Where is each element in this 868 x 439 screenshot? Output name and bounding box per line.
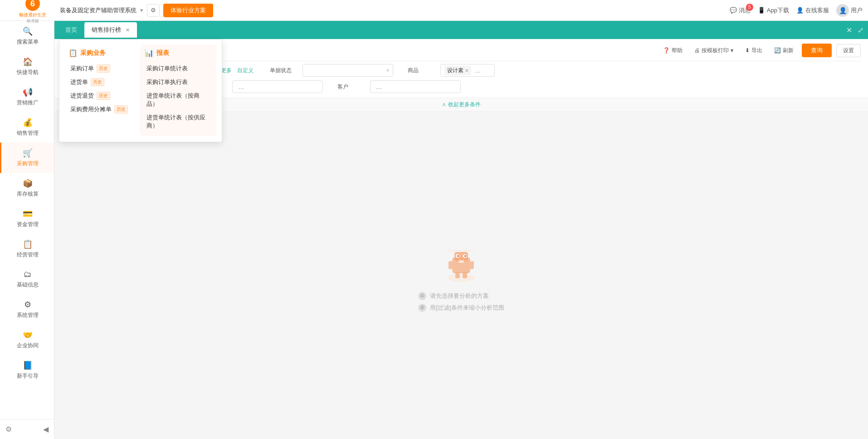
product-tag-close[interactable]: ✕ [465,68,468,73]
sidebar-menu: 🔍 搜索菜单 🏠 快捷导航 📢 营销推广 💰 销售管理 🛒 采购管理 📦 [0,21,54,419]
dropdown-item-purchase-in-stat-product[interactable]: 进货单统计表（按商品） [145,89,213,111]
tab-close-window-btn[interactable]: ✕ [845,25,853,35]
help-btn[interactable]: ❓ 帮助 [659,45,686,56]
app-label: App下载 [767,6,789,15]
salesperson-dots[interactable]: ... [238,83,244,91]
sales-icon: 💰 [23,118,33,128]
empty-state: ① 请先选择要分析的方案 ② 用[过滤]条件来缩小分析范围 [54,112,868,439]
dropdown-col-header-purchase: 📋 采购业务 [68,49,137,57]
sidebar-item-label: 营销推广 [17,99,39,107]
empty-tip-1: ① 请先选择要分析的方案 [418,292,504,300]
dropdown-item-purchase-order-stat[interactable]: 采购订单统计表 [145,62,213,75]
svg-point-5 [457,255,459,257]
enterprise-icon: 🤝 [23,330,33,340]
topbar-middle: 装备及固定资产辅助管理系统 ▾ ⚙ 体验行业方案 [60,4,730,17]
svg-rect-11 [463,272,467,278]
dropdown-item-purchase-expense[interactable]: 采购费用分摊单 历史 [68,103,137,116]
sidebar-item-search[interactable]: 🔍 搜索菜单 [0,21,54,51]
status-label: 单据状态 [270,67,297,74]
sidebar-item-sales[interactable]: 💰 销售管理 [0,112,54,143]
tab-maximize-btn[interactable]: ⤢ [857,25,864,35]
status-input[interactable]: ▾ [302,64,393,77]
finance-icon: 💳 [23,209,33,219]
customer-input[interactable]: ... [370,80,461,93]
dropdown-item-purchase-return[interactable]: 进货退货 历史 [68,89,137,103]
sidebar-item-system[interactable]: ⚙ 系统管理 [0,294,54,325]
dropdown-item-label: 进货单 [70,78,88,86]
dropdown-item-label: 采购订单执行表 [146,78,188,86]
empty-tip-2: ② 用[过滤]条件来缩小分析范围 [418,304,504,312]
experience-button[interactable]: 体验行业方案 [163,4,213,17]
product-tag: 设计素 ✕ [444,66,471,75]
dropdown-item-purchase-order-exec[interactable]: 采购订单执行表 [145,75,213,89]
tab-close-icon[interactable]: ✕ [126,27,130,33]
customer-dots[interactable]: ... [376,83,382,91]
product-input[interactable]: 设计素 ✕ ... [440,64,495,77]
empty-illustration [439,239,484,285]
sidebar-item-enterprise[interactable]: 🤝 企业协同 [0,325,54,355]
sidebar-collapse-btn[interactable]: ◀ [43,425,49,434]
help-label: 帮助 [672,47,683,54]
topbar-right: 💬 消息 5 📱 App下载 👤 在线客服 👤 用户 [730,4,863,17]
dropdown-item-label: 进货单统计表（按供应商） [146,113,211,130]
tab-right-btns: ✕ ⤢ [845,25,864,35]
online-service-btn[interactable]: 👤 在线客服 [796,6,829,15]
purchase-section-icon: 📋 [68,49,78,57]
tab-sales-rank[interactable]: 销售排行榜 ✕ [84,22,137,38]
dropdown-item-purchase-in[interactable]: 进货单 历史 [68,75,137,89]
refresh-icon: 🔄 [774,47,781,54]
sidebar-item-guide[interactable]: 📘 新手引导 [0,355,54,385]
tip-num-2: ② [418,304,426,312]
history-badge: 历史 [91,78,104,86]
user-avatar: 👤 [836,4,849,17]
quick-custom-btn[interactable]: 自定义 [235,66,255,75]
search-icon: 🔍 [23,26,33,36]
sidebar-item-label: 基础信息 [17,281,39,289]
print-label: 按模板打印 [702,47,729,54]
dropdown-item-purchase-order[interactable]: 采购订单 历史 [68,62,137,75]
service-label: 在线客服 [805,6,829,15]
sidebar-item-quick-nav[interactable]: 🏠 快捷导航 [0,51,54,82]
collapse-label: 收起更多条件 [448,101,481,108]
product-dots[interactable]: ... [475,66,481,74]
sidebar-item-label: 库存核算 [17,190,39,198]
sidebar-item-purchase[interactable]: 🛒 采购管理 [0,143,54,173]
tab-home-label: 首页 [65,26,77,33]
user-menu-btn[interactable]: 👤 用户 [836,4,863,17]
export-icon: ⬇ [745,47,750,54]
sidebar-item-operation[interactable]: 📋 经营管理 [0,234,54,264]
sidebar-settings-btn[interactable]: ⚙ [5,425,12,434]
topbar-dropdown-arrow[interactable]: ▾ [140,7,143,14]
search-button[interactable]: 查询 [802,44,832,57]
sidebar-item-label: 新手引导 [17,372,39,380]
customer-label: 客户 [337,83,365,91]
svg-rect-9 [470,261,474,269]
dropdown-item-label: 采购订单 [70,64,94,73]
dropdown-item-label: 采购费用分摊单 [70,105,112,113]
tab-sales-rank-label: 销售排行榜 [92,26,121,33]
system-icon: ⚙ [24,300,31,310]
export-btn[interactable]: ⬇ 导出 [741,45,766,56]
product-tag-text: 设计素 [447,67,463,74]
sidebar-item-finance[interactable]: 💳 资金管理 [0,203,54,234]
product-label: 商品 [408,67,435,74]
print-btn[interactable]: 🖨 按模板打印 ▾ [691,45,737,56]
notification-btn[interactable]: 💬 消息 5 [730,6,751,15]
tip-text-2: 用[过滤]条件来缩小分析范围 [430,304,504,312]
dropdown-item-label: 采购订单统计表 [146,64,188,73]
sidebar-item-basic[interactable]: 🗂 基础信息 [0,264,54,294]
salesperson-input[interactable]: ... [232,80,323,93]
settings-button[interactable]: 设置 [836,44,861,57]
sidebar-item-inventory[interactable]: 📦 库存核算 [0,173,54,203]
sidebar-item-marketing[interactable]: 📢 营销推广 [0,82,54,112]
app-download-btn[interactable]: 📱 App下载 [758,6,789,15]
tab-home[interactable]: 首页 [58,22,84,38]
empty-tips: ① 请先选择要分析的方案 ② 用[过滤]条件来缩小分析范围 [418,292,504,312]
dropdown-item-purchase-in-stat-supplier[interactable]: 进货单统计表（按供应商） [145,111,213,133]
sidebar-bottom: ⚙ ◀ [0,419,54,439]
help-icon: ❓ [663,47,670,54]
service-icon: 👤 [796,7,804,14]
sidebar-item-label: 企业协同 [17,342,39,350]
refresh-btn[interactable]: 🔄 刷新 [770,45,797,56]
topbar-gear-btn[interactable]: ⚙ [147,4,160,17]
